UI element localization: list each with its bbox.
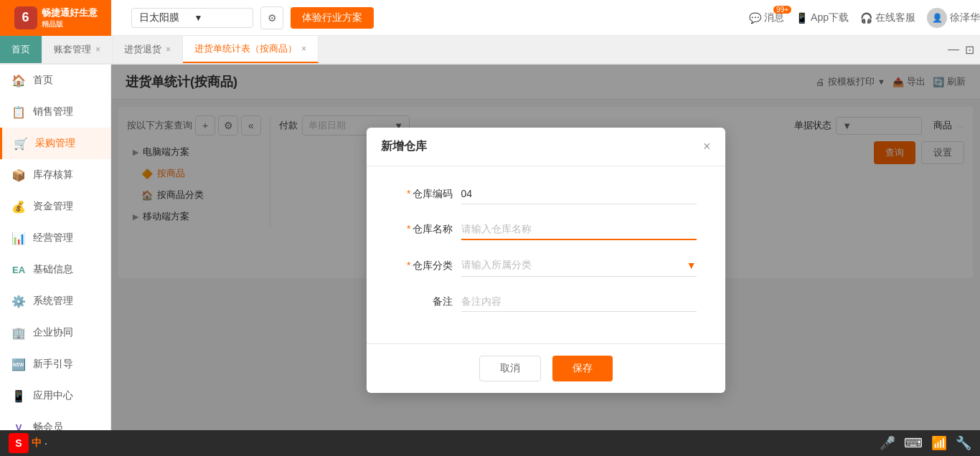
sidebar: 🏠 首页 📋 销售管理 🛒 采购管理 📦 库存核算 💰 资金管理 📊 经 [0,65,111,456]
purchase-return-tab-close[interactable]: × [166,44,171,54]
content-area: 进货单统计(按商品) 🖨 按模板打印 ▼ 📤 导出 🔄 刷新 [111,65,980,456]
sidebar-item-system[interactable]: ⚙️ 系统管理 [0,285,110,317]
warehouse-category-row: 仓库分类 请输入所属分类 ▼ [395,255,697,277]
gear-icon: ⚙ [268,12,277,24]
sidebar-item-guide[interactable]: 🆕 新手引导 [0,348,110,380]
system-icon: ⚙️ [11,294,26,308]
accounts-tab-close[interactable]: × [95,44,100,54]
notes-input[interactable] [461,291,697,312]
warehouse-code-input[interactable] [461,184,697,204]
modal-overlay: 新增仓库 × 仓库编码 仓库名称 [111,65,980,456]
notification-button[interactable]: 💬 消息 99+ [749,11,784,24]
home-icon: 🏠 [11,73,26,87]
modal-header: 新增仓库 × [367,128,725,166]
bottom-tools-button[interactable]: 🔧 [956,435,971,451]
tab-minimize-button[interactable]: — [948,43,959,56]
try-industry-button[interactable]: 体验行业方案 [291,7,374,29]
modal-body: 仓库编码 仓库名称 仓库分类 请输入所属分类 [367,166,725,343]
notes-row: 备注 [395,291,697,312]
sidebar-item-basic[interactable]: EA 基础信息 [0,254,110,285]
sidebar-item-home[interactable]: 🏠 首页 [0,65,110,96]
sidebar-item-finance[interactable]: 💰 资金管理 [0,191,110,222]
modal-footer: 取消 保存 [367,343,725,393]
sidebar-label-system: 系统管理 [33,295,73,308]
accounts-tab-label: 账套管理 [54,43,91,56]
sidebar-label-business: 经营管理 [33,232,73,244]
warehouse-name-label: 仓库名称 [395,223,453,236]
bottom-dot: · [44,437,47,449]
purchase-icon: 🛒 [14,136,28,151]
logo: 6 畅捷通好生意 精品版 [0,0,111,36]
sidebar-item-enterprise[interactable]: 🏢 企业协同 [0,317,110,348]
bottom-logo-icon: S [9,433,29,453]
modal-title: 新增仓库 [381,139,427,154]
sidebar-item-business[interactable]: 📊 经营管理 [0,222,110,254]
settings-button[interactable]: ⚙ [260,6,283,29]
inventory-icon: 📦 [11,168,26,182]
sidebar-item-purchase[interactable]: 🛒 采购管理 [0,128,110,159]
enterprise-icon: 🏢 [11,326,26,340]
sidebar-label-home: 首页 [33,74,53,87]
bottom-network-button[interactable]: 📶 [931,435,947,451]
warehouse-code-row: 仓库编码 [395,184,697,204]
purchase-stats-tab-label: 进货单统计表（按商品） [194,42,297,55]
sidebar-label-guide: 新手引导 [33,358,73,371]
warehouse-category-label: 仓库分类 [395,260,453,272]
bottom-logo-text: 中 [32,437,42,450]
sidebar-item-apps[interactable]: 📱 应用中心 [0,380,110,412]
cancel-button[interactable]: 取消 [479,356,541,381]
home-tab-label: 首页 [11,43,30,56]
headset-icon: 🎧 [860,12,872,24]
warehouse-name-row: 仓库名称 [395,219,697,240]
tab-accounts[interactable]: 账套管理 × [42,36,113,63]
warehouse-code-label: 仓库编码 [395,188,453,201]
sidebar-label-finance: 资金管理 [33,200,73,213]
purchase-stats-tab-close[interactable]: × [301,44,306,54]
apps-icon: 📱 [11,389,26,403]
sidebar-label-inventory: 库存核算 [33,168,73,181]
sidebar-label-enterprise: 企业协同 [33,326,73,339]
warehouse-name-input[interactable] [461,219,697,240]
bottom-mic-button[interactable]: 🎤 [880,435,895,451]
sidebar-item-sales[interactable]: 📋 销售管理 [0,96,110,128]
logo-text: 畅捷通好生意 精品版 [42,6,98,29]
avatar: 👤 [927,8,947,28]
notification-badge: 99+ [773,6,791,14]
tab-bar-actions: — ⊡ [942,36,980,63]
user-profile-button[interactable]: 👤 徐泽华 [927,8,980,28]
sidebar-label-sales: 销售管理 [33,105,73,118]
logo-icon: 6 [14,6,37,29]
warehouse-category-placeholder: 请输入所属分类 [461,259,532,272]
username: 徐泽华 [950,11,980,24]
finance-icon: 💰 [11,199,26,214]
tab-home[interactable]: 首页 [0,36,42,63]
sidebar-item-inventory[interactable]: 📦 库存核算 [0,159,110,191]
bottom-bar: S 中 · 🎤 ⌨ 📶 🔧 [0,430,980,456]
guide-icon: 🆕 [11,357,26,371]
modal-close-button[interactable]: × [703,139,711,154]
tab-purchase-stats[interactable]: 进货单统计表（按商品） × [183,36,319,63]
purchase-return-tab-label: 进货退货 [124,43,161,56]
sales-icon: 📋 [11,105,26,119]
bottom-keyboard-button[interactable]: ⌨ [904,435,923,451]
tab-purchase-return[interactable]: 进货退货 × [113,36,183,63]
sidebar-label-basic: 基础信息 [33,263,73,276]
business-icon: 📊 [11,231,26,245]
phone-icon: 📱 [796,12,808,24]
app-download-button[interactable]: 📱 App下载 [796,11,849,24]
sidebar-label-apps: 应用中心 [33,389,73,402]
warehouse-category-select[interactable]: 请输入所属分类 ▼ [461,255,697,277]
store-dropdown-arrow: ▼ [194,13,246,23]
category-dropdown-arrow: ▼ [687,260,697,271]
notes-label: 备注 [395,295,453,308]
bottom-logo: S 中 · [9,433,47,453]
basic-icon: EA [11,262,26,277]
new-warehouse-modal: 新增仓库 × 仓库编码 仓库名称 [367,128,725,393]
save-button[interactable]: 保存 [552,356,613,381]
online-service-button[interactable]: 🎧 在线客服 [860,11,915,24]
sidebar-label-purchase: 采购管理 [35,137,75,150]
store-selector[interactable]: 日太阳膜 ▼ [131,8,253,28]
message-icon: 💬 [749,12,761,24]
tab-expand-button[interactable]: ⊡ [965,43,974,57]
store-name: 日太阳膜 [139,11,191,24]
